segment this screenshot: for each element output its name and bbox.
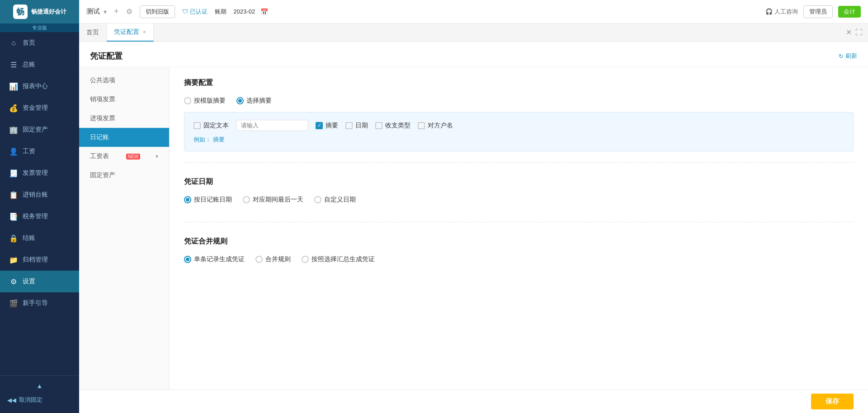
sidebar-item-invoice[interactable]: 🧾 发票管理 <box>0 162 79 184</box>
date-radio-custom[interactable]: 自定义日期 <box>314 196 356 204</box>
calendar-icon[interactable]: 📅 <box>260 8 268 15</box>
company-name: 测试 <box>86 7 100 16</box>
refresh-btn[interactable]: ↻ 刷新 <box>839 52 857 60</box>
merge-radio-summary[interactable]: 按照选择汇总生成凭证 <box>302 255 375 263</box>
period-value: 2023-02 <box>234 8 255 15</box>
sidebar-item-label: 报表中心 <box>23 82 48 90</box>
radio-summary-circle <box>302 256 309 263</box>
finance-icon: 💰 <box>9 103 18 113</box>
guide-icon: 🎬 <box>9 299 18 308</box>
left-nav-fixed-assets[interactable]: 固定资产 <box>79 166 169 185</box>
date-section: 凭证日期 按日记账日期 对应期间最后一天 自定义日期 <box>184 177 854 222</box>
app-edition: 专业版 <box>0 23 79 32</box>
main-content: 凭证配置 ↻ 刷新 公共选项 销项发票 进项发票 日记账 工资表 NEW ▾ <box>79 42 868 413</box>
shield-icon: 🛡 <box>182 8 188 15</box>
admin-btn[interactable]: 管理员 <box>803 5 833 18</box>
sidebar-item-label: 结账 <box>23 234 35 242</box>
company-chevron-icon[interactable]: ▾ <box>104 8 107 15</box>
sidebar-item-archive[interactable]: 📁 归档管理 <box>0 249 79 271</box>
period-label: 账期 <box>215 8 226 16</box>
sidebar-item-guide[interactable]: 🎬 新手引导 <box>0 292 79 314</box>
switch-old-btn[interactable]: 切到旧版 <box>140 5 175 18</box>
sidebar-item-label: 进销台账 <box>23 191 48 199</box>
fixed-text-check-box <box>193 122 201 129</box>
sidebar-item-tax[interactable]: 📑 税务管理 <box>0 206 79 227</box>
sidebar-item-reports[interactable]: 📊 报表中心 <box>0 75 79 97</box>
sidebar-item-home[interactable]: ⌂ 首页 <box>0 32 79 54</box>
assets-icon: 🏢 <box>9 125 18 134</box>
summary-radio-select[interactable]: 选择摘要 <box>236 97 272 105</box>
income-type-check-box <box>375 122 382 129</box>
date-radio-period-last[interactable]: 对应期间最后一天 <box>243 196 303 204</box>
tab-home[interactable]: 首页 <box>79 23 107 42</box>
radio-custom-circle <box>314 196 321 203</box>
close-tab-btn[interactable]: ✕ <box>846 28 852 37</box>
date-radio-diary[interactable]: 按日记账日期 <box>184 196 232 204</box>
sidebar-item-salary[interactable]: 👤 工资 <box>0 141 79 162</box>
sidebar-item-finance[interactable]: 💰 资金管理 <box>0 97 79 119</box>
date-checkbox[interactable]: 日期 <box>345 122 368 130</box>
left-nav: 公共选项 销项发票 进项发票 日记账 工资表 NEW ▾ 固定资产 <box>79 67 170 413</box>
left-nav-public[interactable]: 公共选项 <box>79 71 169 90</box>
date-label: 日期 <box>355 122 368 130</box>
sidebar-item-label: 设置 <box>23 277 35 286</box>
settings-btn[interactable]: ⚙ <box>126 7 132 16</box>
accountant-btn[interactable]: 会计 <box>838 6 861 18</box>
cancel-fixed-btn[interactable]: ◀◀ 取消固定 <box>0 391 79 408</box>
income-type-label: 收支类型 <box>385 122 410 130</box>
left-nav-diary[interactable]: 日记账 <box>79 128 169 147</box>
salary-icon: 👤 <box>9 147 18 156</box>
example-value: 摘要 <box>213 136 225 143</box>
income-type-checkbox[interactable]: 收支类型 <box>375 122 410 130</box>
radio-select-circle <box>236 97 244 104</box>
summary-radio-template[interactable]: 按模版摘要 <box>184 97 226 105</box>
save-btn[interactable]: 保存 <box>811 394 854 409</box>
sidebar-item-assets[interactable]: 🏢 固定资产 <box>0 119 79 141</box>
left-nav-purchase-invoice[interactable]: 进项发票 <box>79 109 169 128</box>
archive-icon: 📁 <box>9 255 18 264</box>
tax-icon: 📑 <box>9 212 18 221</box>
left-nav-payroll[interactable]: 工资表 NEW ▾ <box>79 147 169 166</box>
sidebar-item-label: 固定资产 <box>23 126 48 134</box>
sidebar-logo: 畅 畅捷通好会计 <box>0 0 79 23</box>
tab-voucher-config[interactable]: 凭证配置 × <box>107 23 154 42</box>
tab-close-btn[interactable]: × <box>143 29 146 35</box>
app-name: 畅捷通好会计 <box>31 8 66 16</box>
sidebar-item-ledger[interactable]: ☰ 总账 <box>0 54 79 75</box>
new-badge: NEW <box>126 154 140 160</box>
fixed-text-checkbox[interactable]: 固定文本 <box>193 122 229 130</box>
sidebar-item-label: 首页 <box>23 39 35 47</box>
counterpart-check-box <box>418 122 425 129</box>
radio-rule-label: 合并规则 <box>265 255 291 263</box>
sidebar-item-close[interactable]: 🔒 结账 <box>0 227 79 249</box>
summary-section: 摘要配置 按模版摘要 选择摘要 固定文本 <box>184 78 854 163</box>
add-company-btn[interactable]: + <box>114 7 119 16</box>
support-btn[interactable]: 🎧 人工咨询 <box>765 8 798 16</box>
sidebar-item-label: 归档管理 <box>23 256 48 264</box>
topbar-right: 🎧 人工咨询 管理员 会计 <box>765 5 861 18</box>
left-nav-sales-invoice[interactable]: 销项发票 <box>79 90 169 109</box>
sidebar-nav: ⌂ 首页 ☰ 总账 📊 报表中心 💰 资金管理 🏢 固定资产 👤 工资 🧾 发票… <box>0 32 79 375</box>
radio-diary-label: 按日记账日期 <box>194 196 232 204</box>
summary-checkbox[interactable]: 摘要 <box>316 122 338 130</box>
sidebar-item-purchase-sales[interactable]: 📋 进销台账 <box>0 184 79 206</box>
tabbar-controls: ✕ ⛶ <box>846 28 868 37</box>
fixed-text-input[interactable] <box>236 120 308 131</box>
counterpart-checkbox[interactable]: 对方户名 <box>418 122 453 130</box>
scroll-up-btn[interactable]: ▲ <box>0 380 79 391</box>
fixed-text-label: 固定文本 <box>203 122 229 130</box>
radio-template-label: 按模版摘要 <box>194 97 226 105</box>
merge-radio-single[interactable]: 单条记录生成凭证 <box>184 255 245 263</box>
report-icon: 📊 <box>9 82 18 91</box>
date-title: 凭证日期 <box>184 177 854 187</box>
merge-radio-rule[interactable]: 合并规则 <box>255 255 291 263</box>
expand-btn[interactable]: ⛶ <box>855 28 863 37</box>
radio-custom-label: 自定义日期 <box>324 196 356 204</box>
sidebar-item-label: 税务管理 <box>23 212 48 221</box>
radio-single-label: 单条记录生成凭证 <box>194 255 245 263</box>
summary-config-box: 固定文本 摘要 日期 收支类型 <box>184 112 854 151</box>
page-header: 凭证配置 ↻ 刷新 <box>79 42 868 67</box>
sidebar-item-label: 工资 <box>23 147 35 155</box>
date-check-box <box>345 122 353 129</box>
sidebar-item-settings[interactable]: ⚙ 设置 <box>0 271 79 292</box>
